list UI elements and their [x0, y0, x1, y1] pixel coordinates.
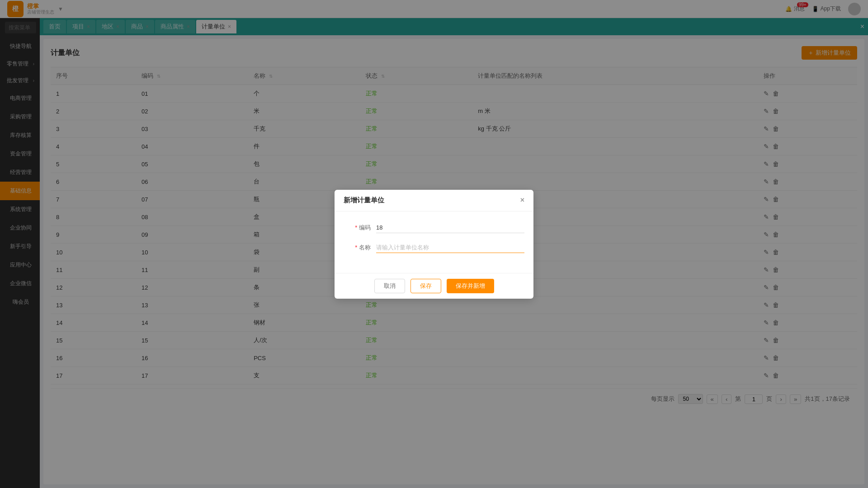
add-measure-unit-modal: 新增计量单位 × 编码 名称 取消 保存 保存并新增 [335, 190, 533, 299]
save-button[interactable]: 保存 [410, 279, 441, 293]
cancel-button[interactable]: 取消 [374, 279, 405, 293]
name-label: 名称 [344, 244, 371, 252]
name-input[interactable] [376, 242, 524, 253]
modal-close-btn[interactable]: × [520, 196, 524, 204]
modal-title: 新增计量单位 [344, 196, 384, 205]
modal-body: 编码 名称 [335, 211, 533, 273]
code-label: 编码 [344, 224, 371, 232]
save-and-new-button[interactable]: 保存并新增 [447, 279, 494, 293]
code-input[interactable] [376, 222, 524, 233]
code-form-row: 编码 [344, 222, 524, 233]
modal-overlay[interactable]: 新增计量单位 × 编码 名称 取消 保存 保存并新增 [0, 0, 868, 488]
modal-header: 新增计量单位 × [335, 190, 533, 211]
modal-footer: 取消 保存 保存并新增 [335, 273, 533, 299]
name-form-row: 名称 [344, 242, 524, 253]
